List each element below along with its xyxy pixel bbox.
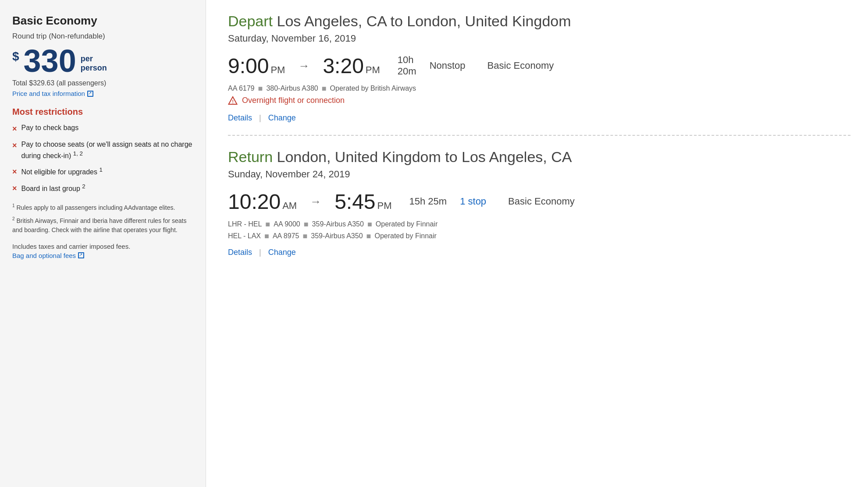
- dot-sep-4: ■: [304, 220, 309, 229]
- depart-flight-code: AA 6179: [228, 85, 255, 92]
- depart-word: Depart: [228, 13, 273, 29]
- depart-details-row: AA 6179 ■ 380-Airbus A380 ■ Operated by …: [228, 84, 850, 93]
- restriction-list: × Pay to check bags × Pay to choose seat…: [12, 123, 193, 194]
- pipe-sep-2: |: [259, 248, 261, 257]
- restriction-text-2: Pay to choose seats (or we'll assign sea…: [21, 140, 193, 161]
- return-word: Return: [228, 148, 273, 165]
- arrive-time: 3:20PM: [323, 54, 380, 78]
- sidebar-title: Basic Economy: [12, 14, 193, 28]
- return-flight-actions: Details | Change: [228, 248, 850, 257]
- depart-change-link[interactable]: Change: [268, 113, 296, 123]
- depart-route: Los Angeles, CA to London, United Kingdo…: [277, 13, 571, 29]
- restriction-text-3: Not eligible for upgrades 1: [21, 166, 103, 177]
- depart-details-link[interactable]: Details: [228, 113, 252, 123]
- depart-times-row: 9:00PM → 3:20PM 10h20m Nonstop Basic Eco…: [228, 54, 850, 78]
- return-date: Sunday, November 24, 2019: [228, 169, 850, 180]
- bag-fees-ext-icon: [78, 252, 84, 258]
- svg-text:!: !: [232, 99, 234, 104]
- dot-sep-1: ■: [258, 84, 263, 93]
- x-icon-2: ×: [12, 140, 17, 151]
- dot-sep-8: ■: [366, 232, 371, 241]
- price-tax-link[interactable]: Price and tax information: [12, 90, 193, 97]
- return-seg1-route: LHR - HEL: [228, 220, 262, 228]
- x-icon-4: ×: [12, 183, 17, 194]
- restriction-item-1: × Pay to check bags: [12, 123, 193, 134]
- dot-sep-5: ■: [367, 220, 372, 229]
- return-class: Basic Economy: [508, 196, 575, 207]
- depart-ampm: PM: [270, 64, 285, 75]
- return-times-row: 10:20AM → 5:45PM 15h 25m 1 stop Basic Ec…: [228, 190, 850, 214]
- x-icon-3: ×: [12, 166, 17, 177]
- dot-sep-6: ■: [264, 232, 269, 241]
- x-icon-1: ×: [12, 124, 17, 134]
- dot-sep-2: ■: [322, 84, 327, 93]
- depart-operated: Operated by British Airways: [330, 85, 416, 92]
- overnight-text: Overnight flight or connection: [242, 96, 345, 105]
- depart-flight-section: Depart Los Angeles, CA to London, United…: [228, 12, 850, 123]
- return-seg2-flight: AA 8975: [273, 232, 299, 240]
- price-row: $ 330 perperson: [12, 45, 193, 77]
- flight-arrow-icon: →: [298, 59, 309, 73]
- return-seg1-aircraft: 359-Airbus A350: [312, 220, 364, 228]
- return-stop-col: 1 stop: [460, 196, 486, 207]
- return-change-link[interactable]: Change: [268, 248, 296, 257]
- return-details-row-2: HEL - LAX ■ AA 8975 ■ 359-Airbus A350 ■ …: [228, 232, 850, 241]
- overnight-warning: ! Overnight flight or connection: [228, 96, 850, 106]
- bag-fees-link[interactable]: Bag and optional fees: [12, 252, 193, 259]
- price-dollar-sign: $: [12, 49, 19, 64]
- includes-text: Includes taxes and carrier imposed fees.: [12, 243, 193, 250]
- restriction-text-1: Pay to check bags: [21, 123, 79, 133]
- depart-duration-col: 10h20m: [398, 54, 416, 77]
- return-arrive-time: 5:45PM: [334, 190, 391, 214]
- return-seg2-aircraft: 359-Airbus A350: [311, 232, 363, 240]
- external-link-icon: [87, 91, 93, 97]
- return-depart-time: 10:20AM: [228, 190, 297, 214]
- depart-class: Basic Economy: [487, 60, 554, 71]
- footnote-1: 1 Rules apply to all passengers includin…: [12, 202, 193, 212]
- total-price: Total $329.63 (all passengers): [12, 79, 193, 87]
- return-duration: 15h 25m: [409, 196, 447, 207]
- return-arrive-ampm: PM: [377, 200, 392, 211]
- footnote-block: 1 Rules apply to all passengers includin…: [12, 202, 193, 235]
- return-route: London, United Kingdom to Los Angeles, C…: [277, 148, 572, 165]
- return-details-row-1: LHR - HEL ■ AA 9000 ■ 359-Airbus A350 ■ …: [228, 220, 850, 229]
- return-duration-col: 15h 25m: [409, 196, 447, 207]
- dot-sep-3: ■: [265, 220, 270, 229]
- depart-date: Saturday, November 16, 2019: [228, 33, 850, 44]
- main-content: Depart Los Angeles, CA to London, United…: [206, 0, 868, 487]
- restriction-item-2: × Pay to choose seats (or we'll assign s…: [12, 140, 193, 161]
- depart-aircraft: 380-Airbus A380: [266, 85, 318, 92]
- restriction-item-3: × Not eligible for upgrades 1: [12, 166, 193, 177]
- return-depart-ampm: AM: [282, 200, 297, 211]
- depart-duration: 10h20m: [398, 54, 416, 77]
- return-details-link[interactable]: Details: [228, 248, 252, 257]
- depart-flight-actions: Details | Change: [228, 113, 850, 123]
- return-stop-link[interactable]: 1 stop: [460, 196, 486, 207]
- return-flight-section: Return London, United Kingdom to Los Ang…: [228, 148, 850, 257]
- warning-triangle-icon: !: [228, 96, 238, 106]
- most-restrictions-label: Most restrictions: [12, 107, 193, 117]
- price-amount: 330: [24, 45, 76, 77]
- depart-header-title: Depart Los Angeles, CA to London, United…: [228, 12, 850, 30]
- restriction-item-4: × Board in last group 2: [12, 183, 193, 194]
- per-person-label: perperson: [81, 54, 107, 73]
- arrive-ampm: PM: [366, 64, 380, 75]
- pipe-sep-1: |: [259, 113, 261, 123]
- return-seg1-flight: AA 9000: [274, 220, 300, 228]
- depart-time: 9:00PM: [228, 54, 285, 78]
- return-seg2-route: HEL - LAX: [228, 232, 261, 240]
- depart-stop-type: Nonstop: [430, 60, 466, 71]
- return-arrow-icon: →: [310, 195, 321, 208]
- footnote-2: 2 British Airways, Finnair and Iberia ha…: [12, 215, 193, 235]
- dot-sep-7: ■: [302, 232, 307, 241]
- flights-divider: [228, 135, 850, 136]
- return-seg2-operated: Operated by Finnair: [374, 232, 436, 240]
- return-seg1-operated: Operated by Finnair: [376, 220, 438, 228]
- return-header-title: Return London, United Kingdom to Los Ang…: [228, 148, 850, 166]
- restriction-text-4: Board in last group 2: [21, 183, 85, 194]
- sidebar: Basic Economy Round trip (Non-refundable…: [0, 0, 206, 487]
- round-trip-label: Round trip (Non-refundable): [12, 32, 193, 41]
